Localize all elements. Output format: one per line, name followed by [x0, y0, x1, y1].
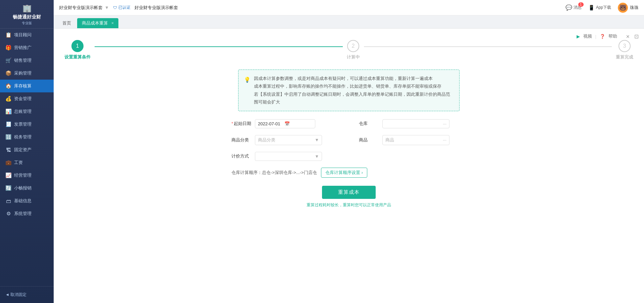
sidebar-item-marketing[interactable]: 🎁 营销推广: [0, 41, 54, 54]
sidebar-item-label: 总账管理: [14, 109, 32, 115]
info-text: 因成本计算参数调整，或是对商品成本有疑问时，可以通过成本重算功能，重新计算一遍成…: [254, 75, 450, 106]
price-method-field: 计价方式 ▼: [231, 152, 339, 161]
close-button[interactable]: ×: [626, 33, 630, 40]
recalc-button[interactable]: 重算成本: [322, 186, 376, 199]
sidebar-item-label: 库存核算: [14, 83, 32, 89]
step-label-2: 计算中: [347, 54, 360, 60]
sidebar-item-accounting[interactable]: 📊 总账管理: [0, 105, 54, 118]
form-row-2: 商品分类 商品分类 ▼ 商品 商品 ···: [231, 135, 466, 145]
price-method-label: 计价方式: [231, 153, 252, 159]
sidebar-logo: 🏢 畅捷通好业财 专业版: [0, 0, 54, 29]
chevron-down-icon: ▼: [105, 5, 109, 10]
step-circle-3: 3: [619, 40, 631, 52]
info-icon: 💡: [244, 75, 251, 106]
tab-close-icon[interactable]: ×: [111, 20, 114, 26]
warehouse-input[interactable]: ···: [382, 119, 449, 128]
sidebar-item-inventory[interactable]: 🏠 库存核算: [0, 80, 54, 92]
start-date-input[interactable]: 2022-07-01 📅: [255, 119, 315, 128]
step-label-1: 设置重算条件: [64, 54, 91, 60]
goods-label: 商品: [359, 137, 379, 143]
sidebar-item-label: 系统管理: [14, 211, 32, 217]
info-line-2: 成本重算过程中，影响库存账的操作均不能操作，比如进货单、销货单、库存单据不能审核…: [254, 82, 450, 90]
video-button[interactable]: 视频: [583, 33, 592, 39]
sales-icon: 🛒: [5, 57, 11, 63]
date-value: 2022-07-01: [258, 121, 280, 126]
step-3: 3 重算完成: [616, 40, 633, 60]
step-label-3: 重算完成: [616, 54, 633, 60]
message-button[interactable]: 💬 消息 1: [566, 4, 582, 11]
recalc-hint: 重算过程耗时较长，重算时您可以正常使用产品: [307, 202, 391, 208]
category-select[interactable]: 商品分类 ▼: [255, 135, 322, 145]
pin-button[interactable]: ◄ 取消固定: [0, 289, 54, 300]
video-icon: ▶: [577, 34, 580, 39]
warehouse-dots-icon[interactable]: ···: [443, 121, 446, 126]
sidebar-item-label: 工资: [14, 160, 23, 166]
stepper: 1 设置重算条件 2 计算中 3 重算完成: [64, 37, 633, 60]
warehouse-order-btn-label: 仓库计算顺序设置: [325, 170, 360, 176]
tax-icon: 🔢: [5, 134, 11, 140]
info-line-4: 围可能会扩大: [254, 98, 450, 106]
help-button[interactable]: 帮助: [608, 33, 617, 39]
form-area: *起始日期 2022-07-01 📅 仓库 ···: [231, 119, 466, 208]
sidebar-item-finance[interactable]: 💰 资金管理: [0, 92, 54, 105]
content-toolbar: ▶ 视频 | ❓ 帮助: [577, 33, 617, 39]
warehouse-label: 仓库: [359, 121, 379, 127]
content-area: × ⊡ ▶ 视频 | ❓ 帮助 1 设置重算条件 2 计算中: [54, 29, 644, 303]
app-title: 畅捷通好业财: [13, 14, 41, 20]
system-icon: ⚙: [5, 211, 11, 217]
invoice-icon: 🧾: [5, 121, 11, 127]
goods-dots-icon[interactable]: ···: [443, 137, 446, 142]
account-selector[interactable]: 好业财专业版演示帐套 ▼: [59, 5, 109, 11]
form-row-3: 计价方式 ▼: [231, 152, 466, 161]
category-label: 商品分类: [231, 137, 252, 143]
purchase-icon: 📦: [5, 70, 11, 76]
price-method-select[interactable]: ▼: [255, 152, 322, 161]
category-arrow-icon: ▼: [315, 137, 319, 142]
sidebar-item-salary[interactable]: 💼 工资: [0, 156, 54, 169]
sidebar-item-basic[interactable]: 🗃 基础信息: [0, 194, 54, 207]
sidebar-item-label: 固定资产: [14, 147, 32, 153]
warehouse-order-label: 仓库计算顺序：总仓->深圳仓库->...->门店仓: [231, 170, 317, 176]
warehouse-order-row: 仓库计算顺序：总仓->深圳仓库->...->门店仓 仓库计算顺序设置 ›: [231, 168, 466, 178]
user-menu[interactable]: 🐻 珠珠: [618, 3, 639, 13]
sidebar-item-purchase[interactable]: 📦 采购管理: [0, 67, 54, 80]
sidebar-item-expense[interactable]: 🔄 小畅报销: [0, 182, 54, 194]
sidebar-item-sales[interactable]: 🛒 销售管理: [0, 54, 54, 67]
main-area: 好业财专业版演示帐套 ▼ 🛡 已认证 好业财专业版演示帐套 💬 消息 1 📱 A…: [54, 0, 644, 303]
sidebar-item-tax[interactable]: 🔢 税务管理: [0, 131, 54, 143]
salary-icon: 💼: [5, 160, 11, 166]
recalc-btn-label: 重算成本: [338, 189, 360, 195]
goods-input[interactable]: 商品 ···: [382, 135, 449, 145]
warehouse-order-btn[interactable]: 仓库计算顺序设置 ›: [321, 168, 367, 178]
sidebar-item-invoice[interactable]: 🧾 发票管理: [0, 118, 54, 131]
expand-button[interactable]: ⊡: [634, 33, 639, 40]
sidebar: 🏢 畅捷通好业财 专业版 📋 项目顾问 🎁 营销推广 🛒 销售管理 📦 采购管理…: [0, 0, 54, 303]
step-circle-1: 1: [71, 40, 84, 52]
message-icon: 💬: [566, 4, 572, 11]
avatar: 🐻: [618, 3, 628, 13]
step-2: 2 计算中: [347, 40, 360, 60]
verified-badge: 🛡 已认证: [113, 5, 130, 10]
sidebar-item-system[interactable]: ⚙ 系统管理: [0, 207, 54, 220]
verified-label: 已认证: [118, 5, 130, 10]
app-download-button[interactable]: 📱 App下载: [588, 5, 611, 11]
sidebar-item-label: 采购管理: [14, 70, 32, 76]
tab-recalc[interactable]: 商品成本重算 ×: [77, 18, 118, 28]
start-date-label: *起始日期: [231, 121, 252, 127]
sidebar-item-assets[interactable]: 🏗 固定资产: [0, 143, 54, 156]
account-name: 好业财专业版演示帐套: [59, 5, 103, 11]
expense-icon: 🔄: [5, 185, 11, 191]
sidebar-item-project[interactable]: 📋 项目顾问: [0, 29, 54, 41]
category-field: 商品分类 商品分类 ▼: [231, 135, 339, 145]
warehouse-field: 仓库 ···: [359, 119, 466, 128]
tab-home[interactable]: 首页: [58, 18, 76, 28]
marketing-icon: 🎁: [5, 45, 11, 51]
sidebar-item-label: 小畅报销: [14, 185, 32, 191]
sidebar-bottom: ◄ 取消固定: [0, 286, 54, 303]
info-line-1: 因成本计算参数调整，或是对商品成本有疑问时，可以通过成本重算功能，重新计算一遍成…: [254, 75, 450, 82]
recalc-area: 重算成本 重算过程耗时较长，重算时您可以正常使用产品: [231, 186, 466, 208]
sidebar-item-ops[interactable]: 📈 经营管理: [0, 169, 54, 182]
sidebar-item-label: 销售管理: [14, 57, 32, 63]
calendar-icon[interactable]: 📅: [284, 121, 290, 126]
form-row-1: *起始日期 2022-07-01 📅 仓库 ···: [231, 119, 466, 128]
